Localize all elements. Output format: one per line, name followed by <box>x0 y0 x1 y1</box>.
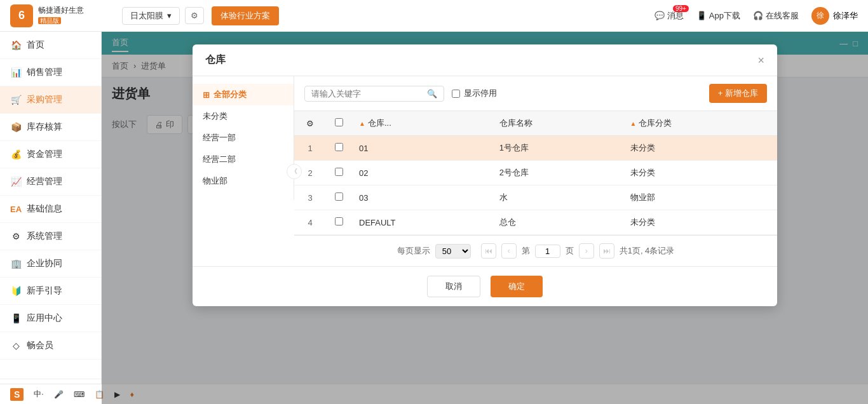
row-check-2[interactable] <box>326 161 351 185</box>
headset-icon: 🎧 <box>753 11 763 20</box>
avatar: 徐 <box>811 7 829 25</box>
sort-icon2: ▲ <box>630 120 637 127</box>
sidebar: 🏠 首页 📊 销售管理 🛒 采购管理 📦 库存核算 💰 资金管理 📈 经营管理 … <box>0 32 102 404</box>
per-page-select[interactable]: 50 10 20 100 <box>435 244 471 259</box>
basic-info-icon: EA <box>10 203 22 215</box>
table-panel: 🔍 显示停用 + 新增仓库 <box>294 76 777 266</box>
sidebar-item-member[interactable]: ◇ 畅会员 <box>0 332 101 360</box>
category-item-unclassified[interactable]: 未分类 <box>193 105 294 127</box>
app-logo: 6 <box>10 4 33 27</box>
sidebar-item-app-center[interactable]: 📱 应用中心 <box>0 305 101 332</box>
row-index-3: 3 <box>294 185 326 210</box>
sidebar-item-guide[interactable]: 🔰 新手引导 <box>0 278 101 305</box>
row-cat-3: 物业部 <box>623 185 777 210</box>
header-right: 💬 消息 99+ 📱 App下载 🎧 在线客服 徐 徐泽华 <box>654 7 858 25</box>
row-check-1[interactable] <box>326 136 351 161</box>
table-toolbar: 🔍 显示停用 + 新增仓库 <box>294 76 777 111</box>
sort-icon: ▲ <box>359 120 365 127</box>
category-all[interactable]: ⊞ 全部分类 <box>193 84 294 105</box>
table-header: ⚙ ▲ 仓库... <box>294 111 777 136</box>
row-check-3[interactable] <box>326 185 351 210</box>
add-warehouse-btn[interactable]: + 新增仓库 <box>709 84 767 103</box>
gear-icon: ⚙ <box>306 119 314 128</box>
sidebar-item-sales[interactable]: 📊 销售管理 <box>0 59 101 86</box>
next-page-btn[interactable]: › <box>579 243 594 259</box>
sidebar-item-inventory[interactable]: 📦 库存核算 <box>0 114 101 141</box>
row-index-1: 1 <box>294 136 326 161</box>
table-row[interactable]: 3 03 水 物业部 <box>294 185 777 210</box>
logo-area: 6 畅捷通好生意 精品版 <box>10 4 112 27</box>
guide-icon: 🔰 <box>10 285 22 297</box>
per-page-label: 每页显示 <box>397 245 430 257</box>
page-prefix: 第 <box>522 245 530 257</box>
app-download-btn[interactable]: 📱 App下载 <box>696 10 740 22</box>
messages-badge: 99+ <box>673 5 689 12</box>
app-name: 畅捷通好生意 <box>38 6 84 16</box>
select-all-checkbox[interactable] <box>335 118 343 126</box>
sidebar-label-enterprise: 企业协同 <box>27 258 62 269</box>
online-service-label: 在线客服 <box>766 10 799 22</box>
sidebar-item-business[interactable]: 📈 经营管理 <box>0 168 101 196</box>
online-service-btn[interactable]: 🎧 在线客服 <box>753 10 799 22</box>
row-name-1: 1号仓库 <box>492 136 623 161</box>
user-menu[interactable]: 徐 徐泽华 <box>811 7 858 25</box>
data-table: ⚙ ▲ 仓库... <box>294 111 777 235</box>
sidebar-label-business: 经营管理 <box>27 176 62 187</box>
row-name-3: 水 <box>492 185 623 210</box>
row-code-3: 03 <box>351 185 492 210</box>
sidebar-item-basic-info[interactable]: EA 基础信息 <box>0 196 101 223</box>
search-input[interactable] <box>311 89 423 98</box>
table-row[interactable]: 1 01 1号仓库 未分类 <box>294 136 777 161</box>
sidebar-label-inventory: 库存核算 <box>27 121 62 133</box>
cancel-btn[interactable]: 取消 <box>427 276 480 297</box>
status-text-chinese: 中· <box>34 389 43 400</box>
sidebar-item-system[interactable]: ⚙ 系统管理 <box>0 223 101 250</box>
store-selector[interactable]: 日太阳膜 ▾ <box>122 7 180 25</box>
table-row[interactable]: 2 02 2号仓库 未分类 <box>294 161 777 185</box>
app-edition: 精品版 <box>38 17 61 24</box>
col-category: ▲ 仓库分类 <box>623 111 777 136</box>
gear-icon: ⚙ <box>191 11 198 20</box>
sidebar-item-enterprise[interactable]: 🏢 企业协同 <box>0 250 101 278</box>
category-item-dept1[interactable]: 经营一部 <box>193 127 294 149</box>
store-name: 日太阳膜 <box>130 10 163 22</box>
page-input[interactable] <box>535 245 560 258</box>
row-code-4: DEFAULT <box>351 210 492 235</box>
industry-btn[interactable]: 体验行业方案 <box>212 6 279 25</box>
prev-page-btn[interactable]: ‹ <box>501 243 517 259</box>
table-row[interactable]: 4 DEFAULT 总仓 未分类 <box>294 210 777 235</box>
sidebar-item-purchase[interactable]: 🛒 采购管理 <box>0 86 101 114</box>
category-item-dept2[interactable]: 经营二部 <box>193 149 294 170</box>
row-cat-1: 未分类 <box>623 136 777 161</box>
col-code-label: 仓库... <box>368 118 391 129</box>
home-icon: 🏠 <box>10 39 22 51</box>
modal-close-btn[interactable]: × <box>757 55 764 66</box>
category-panel-wrapper: ⊞ 全部分类 未分类 经营一部 经营二部 物业部 《 <box>193 76 294 266</box>
category-collapse-btn[interactable]: 《 <box>287 164 302 179</box>
last-page-btn[interactable]: ⏭ <box>599 243 614 259</box>
category-item-property[interactable]: 物业部 <box>193 170 294 192</box>
sidebar-label-app-center: 应用中心 <box>27 313 62 324</box>
search-icon: 🔍 <box>427 89 437 98</box>
row-name-4: 总仓 <box>492 210 623 235</box>
sidebar-label-finance: 资金管理 <box>27 149 62 160</box>
message-icon: 💬 <box>654 11 665 20</box>
status-keyboard-icon[interactable]: ⌨ <box>74 390 85 399</box>
total-records: 共1页, 4条记录 <box>620 245 675 257</box>
sidebar-item-home[interactable]: 🏠 首页 <box>0 32 101 59</box>
sidebar-label-purchase: 采购管理 <box>27 94 62 105</box>
first-page-btn[interactable]: ⏮ <box>481 243 496 259</box>
confirm-btn[interactable]: 确定 <box>491 276 543 297</box>
show-disabled-wrap: 显示停用 <box>452 88 497 99</box>
sidebar-item-finance[interactable]: 💰 资金管理 <box>0 141 101 168</box>
sidebar-label-system: 系统管理 <box>27 231 62 242</box>
status-microphone-icon[interactable]: 🎤 <box>54 390 64 399</box>
messages-btn[interactable]: 💬 消息 99+ <box>654 10 684 22</box>
sidebar-label-guide: 新手引导 <box>27 285 62 297</box>
enterprise-icon: 🏢 <box>10 258 22 269</box>
warehouse-modal: 仓库 × ⊞ 全部分类 未分类 经营一部 经营 <box>193 44 777 306</box>
row-check-4[interactable] <box>326 210 351 235</box>
settings-icon-btn[interactable]: ⚙ <box>185 7 204 24</box>
show-disabled-checkbox[interactable] <box>452 90 460 98</box>
app-center-icon: 📱 <box>10 313 22 324</box>
